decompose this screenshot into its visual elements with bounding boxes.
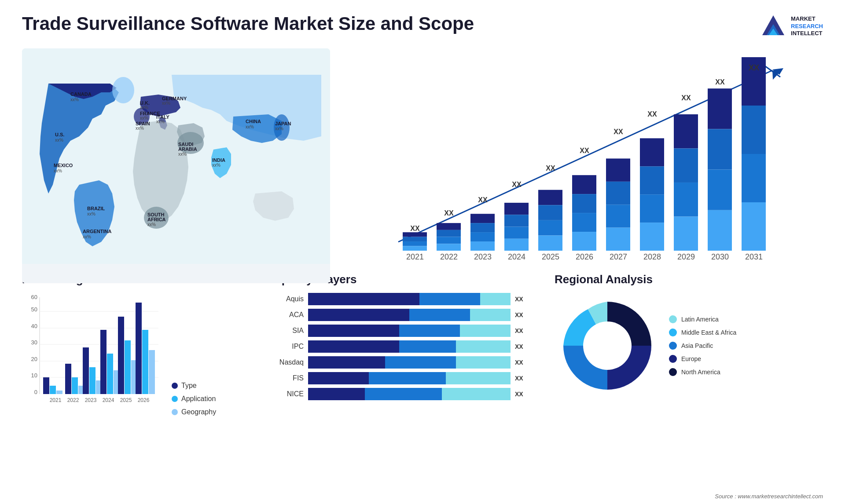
svg-text:XX: XX [681,94,691,102]
svg-rect-53 [470,214,495,223]
svg-text:XX: XX [444,209,454,217]
middle-east-color [669,329,677,336]
svg-rect-146 [149,350,155,394]
logo-icon [760,13,786,40]
svg-text:JAPAN: JAPAN [275,121,291,126]
svg-text:xx%: xx% [156,119,165,124]
svg-rect-58 [504,215,529,226]
svg-rect-74 [640,166,664,194]
svg-rect-67 [572,213,596,232]
player-name-aquis: Aquis [268,295,304,303]
svg-text:XX: XX [749,63,759,72]
svg-rect-47 [403,241,427,246]
legend-europe: Europe [669,355,736,363]
svg-text:50: 50 [31,306,37,313]
player-val-aca: XX [515,311,533,318]
logo: MARKET RESEARCH INTELLECT [760,13,823,40]
svg-rect-124 [43,377,49,394]
svg-text:xx%: xx% [178,152,187,157]
svg-rect-65 [572,175,596,194]
svg-text:INDIA: INDIA [212,157,225,163]
svg-text:xx%: xx% [54,168,62,173]
svg-text:xx%: xx% [275,126,283,131]
svg-text:2022: 2022 [67,397,79,403]
svg-rect-50 [437,230,461,237]
svg-rect-62 [538,205,562,220]
legend-type-color [172,383,178,389]
svg-text:2029: 2029 [677,252,695,261]
legend-geography: Geography [172,408,216,416]
source-line: Source : www.marketresearchintellect.com [715,493,823,500]
svg-text:xx%: xx% [140,116,148,121]
svg-rect-71 [606,205,630,227]
svg-text:40: 40 [31,323,37,329]
svg-rect-136 [100,330,107,394]
svg-text:CANADA: CANADA [70,91,92,97]
svg-rect-81 [708,88,732,129]
growth-chart: 2021 2022 2023 2024 2025 2026 2027 2028 … [343,48,823,283]
svg-text:xx%: xx% [212,163,220,168]
svg-text:2027: 2027 [610,252,627,261]
svg-rect-79 [674,183,698,217]
svg-text:2028: 2028 [643,252,661,261]
svg-rect-60 [504,239,529,251]
player-bar-nasdaq [308,356,511,369]
svg-rect-46 [403,237,427,241]
svg-text:2030: 2030 [711,252,729,261]
svg-text:xx%: xx% [246,124,254,129]
svg-text:BRAZIL: BRAZIL [87,206,105,211]
svg-rect-49 [437,223,461,230]
svg-rect-76 [640,223,664,251]
svg-rect-133 [89,367,96,394]
svg-text:2026: 2026 [576,252,593,261]
svg-rect-128 [65,364,71,394]
svg-text:2022: 2022 [440,252,458,261]
svg-text:2024: 2024 [103,397,114,403]
logo-text: MARKET RESEARCH INTELLECT [791,15,823,38]
svg-text:60: 60 [31,294,37,300]
player-bar-fis [308,372,511,384]
growth-chart-svg: 2021 2022 2023 2024 2025 2026 2027 2028 … [361,57,814,273]
svg-text:0: 0 [34,389,37,395]
legend-north-america: North America [669,368,736,376]
svg-text:2025: 2025 [542,252,559,261]
svg-rect-86 [742,106,766,154]
svg-text:2023: 2023 [85,397,97,403]
page-container: Trade Surveillance Software Market Size … [0,0,845,504]
svg-rect-63 [538,220,562,236]
svg-text:xx%: xx% [87,212,96,216]
svg-text:XX: XX [512,181,522,188]
player-val-aquis: XX [515,296,533,303]
svg-text:xx%: xx% [147,222,156,227]
svg-rect-61 [538,190,562,205]
segmentation-legend: Type Application Geography [172,382,216,416]
svg-rect-82 [708,129,732,169]
svg-text:xx%: xx% [140,105,148,110]
svg-rect-73 [640,138,664,166]
svg-text:XX: XX [715,78,725,86]
svg-rect-84 [708,210,732,251]
svg-rect-125 [50,386,56,394]
svg-text:ARABIA: ARABIA [178,146,197,152]
svg-rect-80 [674,216,698,251]
player-val-nice: XX [515,391,533,398]
svg-rect-78 [674,148,698,183]
svg-rect-137 [107,354,113,394]
legend-application-color [172,396,178,402]
legend-middle-east: Middle East & Africa [669,329,736,336]
svg-rect-51 [437,237,461,244]
svg-rect-64 [538,235,562,251]
svg-text:MEXICO: MEXICO [54,163,73,168]
svg-text:CHINA: CHINA [246,119,261,124]
svg-rect-70 [606,182,630,205]
svg-rect-140 [118,317,124,394]
player-name-aca: ACA [268,311,304,319]
player-bar-nice [308,388,511,400]
svg-rect-72 [606,228,630,251]
svg-text:XX: XX [614,128,623,135]
svg-rect-144 [136,303,142,394]
svg-text:AFRICA: AFRICA [147,217,166,222]
svg-text:XX: XX [647,110,657,118]
svg-text:xx%: xx% [83,234,91,239]
svg-text:30: 30 [31,339,37,346]
